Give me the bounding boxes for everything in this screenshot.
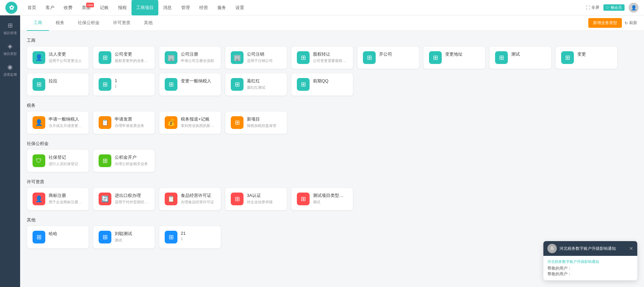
card-shenqing-fapiao[interactable]: 📋 申请发票 办理申请发票业务 [93, 111, 155, 134]
nav-tax[interactable]: 报税 [113, 0, 131, 15]
nav-manage[interactable]: 管理 [176, 0, 195, 15]
card-desc-faren: 适用于公司变更法人 [49, 58, 83, 63]
card-liucong-ceshi[interactable]: ⊞ 刘聪测试 测试 [93, 226, 155, 248]
card-ceshi-leixing[interactable]: ⊞ 测试项目类型目定义 测试 [291, 188, 353, 210]
card-desc-one: 1 [115, 84, 149, 88]
card-icon-guquan: ⊞ [297, 51, 310, 64]
refresh-label: 刷新 [629, 20, 637, 26]
card-ceshi[interactable]: ⊞ 测试 [489, 46, 551, 69]
card-21[interactable]: ⊞ 21 1 [159, 226, 221, 248]
nav-ticket[interactable]: 票据new [77, 0, 95, 15]
card-lala[interactable]: ⊞ 拉拉 [27, 73, 89, 96]
card-desc-ceshi-lx: 测试 [313, 200, 347, 205]
card-icon-ceshi: ⊞ [495, 51, 508, 64]
card-xin-xiangmu[interactable]: ⊞ 新项目 报税加税控盘保管 [225, 111, 287, 134]
nav-home[interactable]: 首页 [23, 0, 41, 15]
notif-content: 尊敬的用户： [547, 266, 633, 271]
card-icon-shipin: 📋 [165, 193, 177, 205]
nav-fee[interactable]: 收费 [59, 0, 77, 15]
tabs-bar: 工商 税务 社保公积金 许可资质 其他 新增业务类型 ↻ 刷新 [20, 15, 644, 31]
card-qianqi-qq[interactable]: ⊞ 前期QQ [291, 73, 353, 96]
card-icon-gongsi-zc: 🏢 [165, 51, 177, 64]
card-shangbiao[interactable]: 👤 商标注册 用于企业商标注册服务 [27, 188, 89, 210]
card-haha[interactable]: ⊞ 哈哈 [27, 226, 89, 248]
nav-message[interactable]: 消息 [158, 0, 176, 15]
card-name-ceshi-lx: 测试项目类型目定义 [313, 193, 347, 199]
card-icon-gongsi-bg: ⊞ [99, 51, 111, 64]
member-label: 畅会员 [611, 5, 622, 9]
card-name-shenqing-ns: 申请一般纳税人 [49, 116, 83, 122]
card-shuiwu-baodao[interactable]: 💰 税务报道+记账 拿到营业执照的新公司 [159, 111, 221, 134]
nav-service[interactable]: 服务 [213, 0, 231, 15]
nav-settings[interactable]: 设置 [231, 0, 249, 15]
xuke-cards: 👤 商标注册 用于企业商标注册服务 🔄 进出口权办理 适用于对外贸易经营者 📋 … [27, 188, 637, 210]
card-desc-xin-xm: 报税加税控盘保管 [247, 123, 281, 128]
refresh-button[interactable]: ↻ 刷新 [625, 20, 637, 26]
card-shenqing-nashuiren[interactable]: 👤 申请一般纳税人 当月或次月成变更完成 [27, 111, 89, 134]
card-icon-3a: ⊞ [231, 193, 244, 205]
logo: ✿ [5, 2, 17, 14]
notif-avatar: 系 [547, 244, 557, 253]
card-desc-gongsi-zx: 适用于注销公司 [247, 58, 281, 63]
card-name-shangbiao: 商标注册 [49, 193, 83, 199]
card-faren-biangeng[interactable]: 👤 法人变更 适用于公司变更法人 [27, 46, 89, 69]
nav-customer[interactable]: 客户 [41, 0, 59, 15]
card-icon-one: ⊞ [99, 78, 111, 91]
card-icon-lala: ⊞ [33, 78, 45, 91]
notif-sender: 河北税务数字账户升级影响通知 [547, 259, 633, 264]
tab-shebao[interactable]: 社保公积金 [71, 15, 106, 31]
fullscreen-btn[interactable]: ⛶ 全屏 [586, 5, 599, 10]
tab-qita[interactable]: 其他 [137, 15, 159, 31]
card-shebao-dengji[interactable]: 🛡 社保登记 进行人员社保登记 [27, 149, 89, 172]
card-desc-3a: 对企业信誉评级 [247, 200, 281, 205]
notification-popup: 系 河北税务数字账户升级影响通知 ✕ 河北税务数字账户升级影响通知 尊敬的用户：… [543, 241, 637, 280]
card-kai-gongsi[interactable]: ⊞ 开公司 [357, 46, 419, 69]
nav-operation[interactable]: 经营 [195, 0, 213, 15]
nav-bookkeeping[interactable]: 记账 [95, 0, 113, 15]
tab-xuke[interactable]: 许可资质 [106, 15, 137, 31]
card-name-lala: 拉拉 [49, 78, 83, 84]
card-icon-xin-xm: ⊞ [231, 116, 244, 129]
card-icon-gongsi-zx: 🏢 [231, 51, 244, 64]
card-desc-shangbiao: 用于企业商标注册服务 [49, 200, 83, 205]
card-desc-gehh: 葛红红测试 [247, 85, 281, 90]
card-guquan-zhuanrang[interactable]: ⊞ 股权转让 公司变更需要股权转让 [291, 46, 353, 69]
card-gongsi-biangeng[interactable]: ⊞ 公司变更 股权变更外的业务变更 [93, 46, 155, 69]
tab-gongshang[interactable]: 工商 [27, 15, 49, 31]
sidebar-item-project-manage[interactable]: ⊞ 项目管理 [0, 18, 20, 39]
fullscreen-icon: ⛶ [586, 5, 590, 10]
card-gehonghong[interactable]: ⊞ 葛红红 葛红红测试 [225, 73, 287, 96]
sidebar-item-progress[interactable]: ◉ 进度监测 [0, 60, 20, 80]
card-icon-liucong: ⊞ [99, 231, 111, 243]
shebao-cards: 🛡 社保登记 进行人员社保登记 ⊞ 公积金开户 办理公积金相关业务 [27, 149, 637, 172]
card-gongsi-zhuxiao[interactable]: 🏢 公司注销 适用于注销公司 [225, 46, 287, 69]
card-gongjijin-kaihhu[interactable]: ⊞ 公积金开户 办理公积金相关业务 [93, 149, 155, 172]
card-desc-shipin: 办理食品经营许可证 [181, 200, 215, 205]
card-desc-liucong: 测试 [115, 238, 149, 243]
card-name-gjj: 公积金开户 [115, 154, 149, 160]
card-biangeng-nashuiren[interactable]: ⊞ 变更一般纳税人 [159, 73, 221, 96]
card-desc-gongsi-zc: 申请公司注册全流程 [181, 58, 215, 63]
card-3a-renzheng[interactable]: ⊞ 3A认证 对企业信誉评级 [225, 188, 287, 210]
card-name-gongsi-bg: 公司变更 [115, 51, 149, 57]
card-name-liucong: 刘聪测试 [115, 231, 149, 237]
card-shipin-xuke[interactable]: 📋 食品经营许可证 办理食品经营许可证 [159, 188, 221, 210]
card-gongsi-zhuce[interactable]: 🏢 公司注册 申请公司注册全流程 [159, 46, 221, 69]
card-jinchukou[interactable]: 🔄 进出口权办理 适用于对外贸易经营者 [93, 188, 155, 210]
shuiwu-cards: 👤 申请一般纳税人 当月或次月成变更完成 📋 申请发票 办理申请发票业务 💰 税… [27, 111, 637, 134]
add-type-button[interactable]: 新增业务类型 [588, 18, 622, 28]
tab-shuiwu[interactable]: 税务 [49, 15, 71, 31]
card-one[interactable]: ⊞ 1 1 [93, 73, 155, 96]
notif-header: 系 河北税务数字账户升级影响通知 ✕ [543, 241, 637, 256]
section-title-shuiwu: 税务 [27, 102, 637, 109]
card-name-3a: 3A认证 [247, 193, 281, 199]
card-biangeng-dizhi[interactable]: ⊞ 变更地址 [423, 46, 485, 69]
sidebar-item-project-type[interactable]: ◈ 项目类型 [0, 39, 20, 60]
notif-close-button[interactable]: ✕ [629, 246, 633, 251]
card-icon-faren: 👤 [33, 51, 45, 64]
member-badge[interactable]: ▷ 畅会员 [603, 4, 625, 11]
card-biangeng[interactable]: ⊞ 变更 [555, 46, 618, 69]
section-title-gongshang: 工商 [27, 38, 637, 44]
nav-industry[interactable]: 工商项目 [131, 0, 158, 15]
avatar[interactable]: 👤 [629, 3, 639, 13]
